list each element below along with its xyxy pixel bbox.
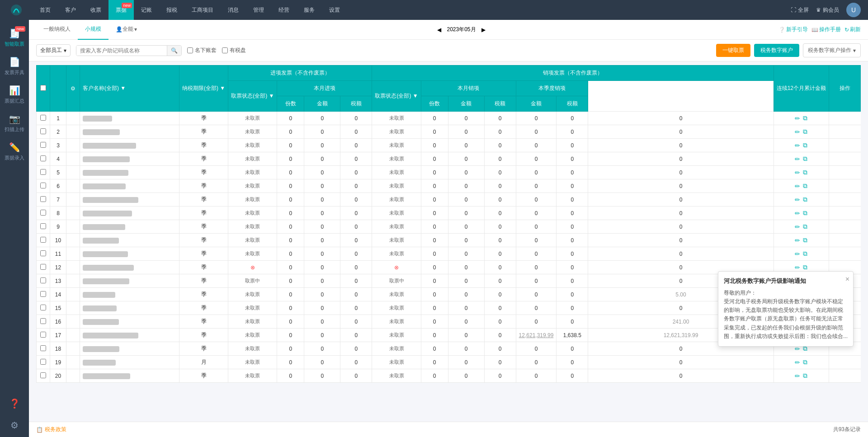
edit-icon[interactable]: ✏ — [795, 250, 800, 258]
fullscreen-button[interactable]: ⛶ 全屏 — [791, 6, 809, 14]
row-checkbox[interactable] — [40, 223, 46, 229]
nav-piao[interactable]: 票据 new — [108, 0, 134, 20]
copy-icon[interactable]: ⧉ — [803, 169, 807, 176]
row-checkbox[interactable] — [40, 291, 46, 297]
edit-icon[interactable]: ✏ — [795, 196, 800, 203]
copy-icon[interactable]: ⧉ — [803, 209, 807, 217]
check-ledger-checkbox[interactable] — [187, 47, 193, 53]
nav-home[interactable]: 首页 — [33, 0, 58, 20]
prev-month-button[interactable]: ◀ — [437, 27, 441, 33]
sidebar-item-settings[interactable]: ⚙ — [0, 415, 29, 437]
copy-icon[interactable]: ⧉ — [803, 182, 807, 190]
nav-message[interactable]: 消息 — [221, 0, 246, 20]
copy-icon[interactable]: ⧉ — [803, 223, 807, 230]
copy-icon[interactable]: ⧉ — [803, 250, 807, 258]
copy-icon[interactable]: ⧉ — [803, 196, 807, 203]
row-checkbox[interactable] — [40, 332, 46, 338]
new-guide-link[interactable]: ❔ 新手引导 — [778, 26, 808, 33]
edit-icon[interactable]: ✏ — [795, 115, 800, 122]
row-out-count: 0 — [421, 356, 448, 369]
edit-icon[interactable]: ✏ — [795, 210, 800, 217]
row-checkbox[interactable] — [40, 196, 46, 202]
copy-icon[interactable]: ⧉ — [803, 155, 807, 163]
nav-manage[interactable]: 管理 — [246, 0, 271, 20]
search-button[interactable]: 🔍 — [167, 46, 181, 56]
row-checkbox[interactable] — [40, 115, 46, 121]
nav-operation[interactable]: 经营 — [271, 0, 297, 20]
row-checkbox[interactable] — [40, 128, 46, 134]
row-checkbox[interactable] — [40, 345, 46, 351]
nav-customer[interactable]: 客户 — [58, 0, 83, 20]
user-avatar[interactable]: U — [846, 3, 861, 17]
edit-icon[interactable]: ✏ — [795, 142, 800, 149]
sidebar-item-summary[interactable]: 📊 票据汇总 — [0, 80, 29, 109]
row-checkbox[interactable] — [40, 250, 46, 256]
tax-digital-button[interactable]: 税务数字账户 — [754, 44, 799, 57]
row-ops-cell: ✏ ⧉ — [774, 193, 829, 207]
copy-icon[interactable]: ⧉ — [803, 372, 807, 380]
nav-industry[interactable]: 工商项目 — [184, 0, 221, 20]
next-month-button[interactable]: ▶ — [481, 27, 486, 33]
row-checkbox[interactable] — [40, 142, 46, 148]
copy-icon[interactable]: ⧉ — [803, 358, 807, 366]
edit-icon[interactable]: ✏ — [795, 128, 800, 136]
row-checkbox[interactable] — [40, 318, 46, 324]
member-button[interactable]: ♛ 购会员 — [816, 6, 839, 14]
check-ledger-label[interactable]: 名下账套 — [187, 47, 217, 54]
nav-bookkeeping[interactable]: 记账 — [134, 0, 159, 20]
row-checkbox[interactable] — [40, 210, 46, 216]
employee-select[interactable]: 全部员工 ▾ — [36, 44, 71, 56]
edit-icon[interactable]: ✏ — [795, 264, 800, 271]
nav-invoice[interactable]: 收票 — [83, 0, 108, 20]
tax-digital-ops-button[interactable]: 税务数字账户操作 ▾ — [803, 43, 861, 57]
check-tax-label[interactable]: 有税盘 — [222, 47, 246, 54]
policy-link[interactable]: 📋 税务政策 — [36, 426, 66, 433]
copy-icon[interactable]: ⧉ — [803, 236, 807, 244]
copy-icon[interactable]: ⧉ — [803, 128, 807, 136]
sidebar-item-scan[interactable]: 📷 扫描上传 — [0, 109, 29, 137]
edit-icon[interactable]: ✏ — [795, 359, 800, 366]
copy-icon[interactable]: ⧉ — [803, 141, 807, 149]
nav-service[interactable]: 服务 — [297, 0, 322, 20]
one-key-button[interactable]: 一键取票 — [716, 44, 750, 57]
edit-icon[interactable]: ✏ — [795, 169, 800, 176]
tab-general[interactable]: 一般纳税人 — [36, 20, 78, 40]
row-out-count: 0 — [421, 220, 448, 234]
row-checkbox[interactable] — [40, 183, 46, 188]
edit-icon[interactable]: ✏ — [795, 223, 800, 230]
row-checkbox[interactable] — [40, 264, 46, 270]
edit-icon[interactable]: ✏ — [795, 237, 800, 244]
row-checkbox[interactable] — [40, 155, 46, 161]
tab-all[interactable]: 👤 全能 ▾ — [108, 20, 144, 40]
row-sr-tax: 0 — [557, 274, 588, 288]
copy-icon[interactable]: ⧉ — [803, 114, 807, 122]
sidebar-item-help[interactable]: ❓ — [0, 394, 29, 415]
sidebar-item-smart-ticket[interactable]: new 🧾 智能取票 — [0, 23, 29, 52]
select-all-checkbox[interactable] — [40, 85, 46, 91]
row-num: 13 — [50, 274, 66, 288]
row-checkbox[interactable] — [40, 169, 46, 175]
manual-link[interactable]: 📖 操作手册 — [811, 26, 841, 33]
search-input[interactable] — [76, 46, 167, 56]
row-ops-cell: ✏ ⧉ — [774, 369, 829, 383]
tab-small[interactable]: 小规模 — [78, 20, 108, 40]
table-wrap[interactable]: ⚙ 客户名称(全部) ▼ 纳税期限(全部) ▼ 进项发票（不含作废票） 销项发票… — [29, 61, 868, 422]
refresh-link[interactable]: ↻ 刷新 — [844, 26, 861, 33]
copy-icon[interactable]: ⧉ — [803, 263, 807, 271]
edit-icon[interactable]: ✏ — [795, 155, 800, 163]
edit-icon[interactable]: ✏ — [795, 183, 800, 190]
edit-icon[interactable]: ✏ — [795, 372, 800, 380]
sidebar-item-entry[interactable]: ✏️ 票据录入 — [0, 137, 29, 166]
row-checkbox[interactable] — [40, 372, 46, 378]
check-tax-checkbox[interactable] — [222, 47, 228, 53]
row-checkbox[interactable] — [40, 237, 46, 243]
nav-tax[interactable]: 报税 — [159, 0, 184, 20]
row-checkbox-cell — [37, 356, 50, 369]
row-checkbox[interactable] — [40, 359, 46, 365]
nav-settings[interactable]: 设置 — [322, 0, 347, 20]
row-customer-name: tEa — [80, 247, 179, 261]
popup-close-button[interactable]: × — [845, 275, 849, 283]
row-checkbox[interactable] — [40, 305, 46, 310]
sidebar-item-open-invoice[interactable]: 📄 发票开具 — [0, 52, 29, 80]
row-checkbox[interactable] — [40, 277, 46, 283]
